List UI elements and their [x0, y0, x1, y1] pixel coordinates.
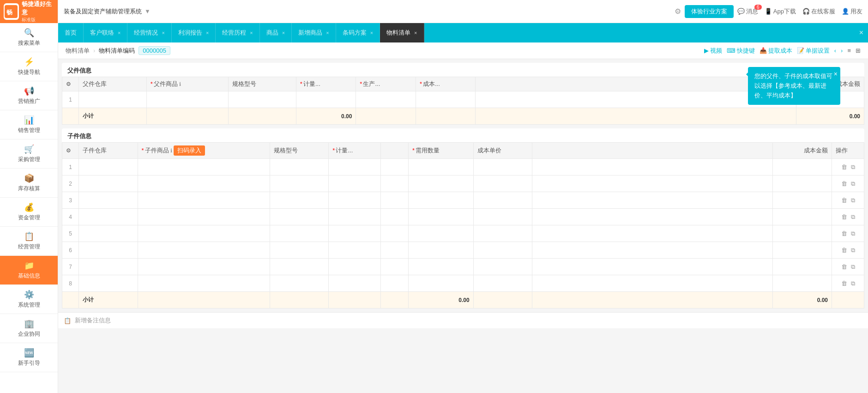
- delete-icon-8[interactable]: 🗑: [841, 280, 847, 287]
- tab-close-new-goods[interactable]: ×: [326, 30, 329, 36]
- delete-icon-5[interactable]: 🗑: [841, 230, 847, 237]
- child-row-1-qty-unit[interactable]: [329, 159, 381, 175]
- delete-icon-3[interactable]: 🗑: [841, 197, 847, 204]
- tab-operations-status[interactable]: 经营情况 ×: [127, 23, 171, 42]
- sidebar-item-enterprise[interactable]: 🏢 企业协同: [0, 314, 58, 343]
- grid-view-button[interactable]: ≡: [847, 47, 851, 54]
- child-row-1-unit-cost[interactable]: [473, 159, 532, 175]
- sidebar-item-finance[interactable]: 💰 资金管理: [0, 198, 58, 227]
- copy-icon-3[interactable]: ⧉: [851, 197, 855, 204]
- tab-barcode-plan[interactable]: 条码方案 ×: [336, 23, 380, 42]
- child-row-1-required-qty[interactable]: [408, 159, 473, 175]
- delete-icon-7[interactable]: 🗑: [841, 263, 847, 271]
- table-row: 1: [62, 91, 864, 108]
- trial-button[interactable]: 体验行业方案: [685, 5, 734, 18]
- user-menu[interactable]: 👤 用友: [842, 7, 862, 16]
- app-download-button[interactable]: 📱 App下载: [765, 7, 796, 16]
- tab-close-operations-history[interactable]: ×: [250, 30, 253, 36]
- video-button[interactable]: ▶ 视频: [704, 47, 722, 55]
- sidebar-item-inventory[interactable]: 📦 库存核算: [0, 169, 58, 198]
- child-row-3-required-qty[interactable]: [408, 192, 473, 209]
- child-col-spacer2: [532, 143, 773, 159]
- parent-row-1-production[interactable]: [356, 91, 416, 108]
- message-icon: 💬: [737, 8, 745, 15]
- tab-close-barcode-plan[interactable]: ×: [370, 30, 373, 36]
- tab-customer[interactable]: 客户联络 ×: [84, 23, 127, 42]
- phone-icon: 📱: [765, 8, 772, 15]
- card-view-button[interactable]: ⊞: [856, 47, 861, 54]
- add-note-label[interactable]: 新增备注信息: [75, 316, 111, 325]
- online-support-button[interactable]: 🎧 在线客服: [802, 7, 835, 16]
- nav-prev-button[interactable]: ‹: [834, 47, 836, 54]
- copy-icon-5[interactable]: ⧉: [851, 230, 855, 237]
- child-row-2-qty-unit[interactable]: [329, 175, 381, 192]
- extract-cost-button[interactable]: 📥 提取成本: [760, 47, 792, 55]
- parent-row-1-cost[interactable]: [416, 91, 476, 108]
- child-col-settings[interactable]: ⚙: [62, 143, 79, 159]
- child-row-3-spec[interactable]: [270, 192, 329, 209]
- parent-row-1-warehouse[interactable]: [79, 91, 147, 108]
- tab-close-customer[interactable]: ×: [118, 30, 121, 36]
- delete-icon-6[interactable]: 🗑: [841, 247, 847, 254]
- sidebar-item-quick-nav[interactable]: ⚡ 快捷导航: [0, 52, 58, 81]
- delete-icon[interactable]: 🗑: [841, 163, 847, 171]
- sidebar-item-sales[interactable]: 📊 销售管理: [0, 110, 58, 139]
- parent-subtotal-amount2: 0.00: [796, 108, 864, 125]
- breadcrumb-bom[interactable]: 物料清单: [66, 47, 90, 55]
- sidebar-item-marketing[interactable]: 📢 营销推广: [0, 81, 58, 110]
- child-row-1-goods[interactable]: [138, 159, 270, 175]
- single-setup-button[interactable]: 📝 单据设置: [797, 47, 830, 55]
- sidebar-item-guide[interactable]: 🆕 新手引导: [0, 343, 58, 372]
- delete-icon-4[interactable]: 🗑: [841, 213, 847, 221]
- child-row-3-goods[interactable]: [138, 192, 270, 209]
- tab-operations-history[interactable]: 经营历程 ×: [216, 23, 259, 42]
- delete-icon-2[interactable]: 🗑: [841, 180, 847, 187]
- copy-icon[interactable]: ⧉: [851, 163, 855, 171]
- sidebar-item-search[interactable]: 🔍 搜索菜单: [0, 23, 58, 52]
- child-row-3-unit-cost[interactable]: [473, 192, 532, 209]
- tab-close-profit-report[interactable]: ×: [206, 30, 209, 36]
- child-row-1-warehouse[interactable]: [79, 159, 138, 175]
- child-row-1-spec[interactable]: [270, 159, 329, 175]
- copy-icon-8[interactable]: ⧉: [851, 280, 855, 287]
- sidebar-item-operations[interactable]: 📋 经营管理: [0, 227, 58, 256]
- sidebar-item-purchase[interactable]: 🛒 采购管理: [0, 139, 58, 169]
- tooltip-close-button[interactable]: ×: [834, 69, 838, 79]
- child-subtotal-row: 小计 0.00 0.00: [62, 292, 864, 308]
- parent-row-1-qty-unit[interactable]: [296, 91, 356, 108]
- copy-icon-2[interactable]: ⧉: [851, 180, 855, 187]
- copy-icon-7[interactable]: ⧉: [851, 263, 855, 271]
- tab-close-bom-list[interactable]: ×: [414, 30, 417, 36]
- sidebar-item-system[interactable]: ⚙️ 系统管理: [0, 285, 58, 314]
- tab-close-operations-status[interactable]: ×: [162, 30, 164, 36]
- child-row-2-required-qty[interactable]: [408, 175, 473, 192]
- tab-home[interactable]: 首页: [58, 23, 84, 42]
- sidebar-item-basic-info[interactable]: 📁 基础信息: [0, 256, 58, 285]
- parent-col-settings[interactable]: ⚙: [62, 77, 79, 91]
- tab-profit-report[interactable]: 利润报告 ×: [172, 23, 216, 42]
- child-row-3-qty-unit[interactable]: [329, 192, 381, 209]
- parent-row-1-spec[interactable]: [229, 91, 296, 108]
- parent-row-1-goods[interactable]: [146, 91, 228, 108]
- dropdown-arrow[interactable]: ▼: [145, 8, 151, 15]
- child-info-section: 子件信息 ⚙ 子件仓库 *子件商品 ℹ 扫码录入 规格型号 *计量... *需用…: [62, 128, 864, 308]
- nav-next-button[interactable]: ›: [841, 47, 843, 54]
- child-row-3-warehouse[interactable]: [79, 192, 138, 209]
- copy-icon-4[interactable]: ⧉: [851, 213, 855, 221]
- child-row-2-spec[interactable]: [270, 175, 329, 192]
- child-row-2-goods[interactable]: [138, 175, 270, 192]
- copy-icon-6[interactable]: ⧉: [851, 247, 855, 254]
- settings-icon[interactable]: ⚙: [675, 7, 681, 16]
- message-button[interactable]: 💬 消息 6: [737, 7, 758, 16]
- inventory-icon: 📦: [24, 173, 34, 183]
- child-subtotal-amount1: 0.00: [408, 292, 473, 308]
- tab-bom-list[interactable]: 物料清单 ×: [380, 23, 424, 42]
- tab-new-goods[interactable]: 新增商品 ×: [292, 23, 336, 42]
- child-row-2-unit-cost[interactable]: [473, 175, 532, 192]
- child-row-2-warehouse[interactable]: [79, 175, 138, 192]
- shortcut-button[interactable]: ⌨ 快捷键: [727, 47, 755, 55]
- tab-close-goods[interactable]: ×: [282, 30, 285, 36]
- tab-goods[interactable]: 商品 ×: [260, 23, 292, 42]
- close-all-tabs-button[interactable]: ×: [855, 29, 868, 37]
- scan-input-button[interactable]: 扫码录入: [174, 145, 205, 156]
